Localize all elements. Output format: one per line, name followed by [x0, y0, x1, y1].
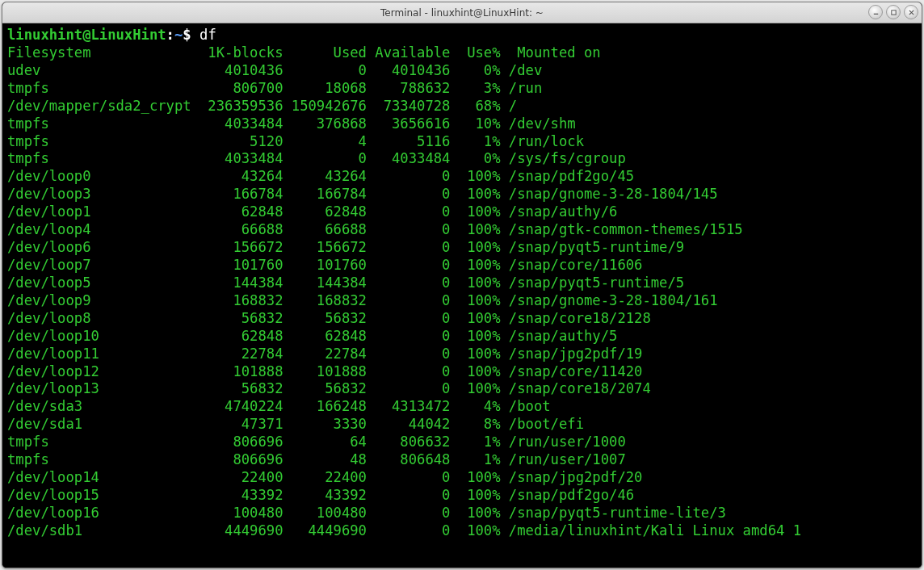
window-controls — [868, 5, 918, 19]
window-title: Terminal - linuxhint@LinuxHint: ~ — [380, 7, 544, 19]
terminal-window: Terminal - linuxhint@LinuxHint: ~ linuxh… — [2, 2, 922, 568]
terminal-output[interactable]: linuxhint@LinuxHint:~$ dfFilesystem 1K-b… — [2, 23, 922, 568]
df-row: tmpfs 806700 18068 788632 3% /run — [7, 80, 917, 98]
df-row: /dev/sda3 4740224 166248 4313472 4% /boo… — [7, 398, 917, 416]
df-row: /dev/loop6 156672 156672 0 100% /snap/py… — [7, 239, 917, 257]
df-row: /dev/loop8 56832 56832 0 100% /snap/core… — [7, 310, 917, 328]
prompt-user-host: linuxhint@LinuxHint — [7, 27, 166, 43]
df-row: tmpfs 806696 48 806648 1% /run/user/1007 — [7, 451, 917, 469]
df-row: /dev/loop14 22400 22400 0 100% /snap/jpg… — [7, 469, 917, 487]
svg-rect-1 — [891, 10, 895, 14]
df-row: /dev/loop9 168832 168832 0 100% /snap/gn… — [7, 292, 917, 310]
df-row: /dev/sda1 47371 3330 44042 8% /boot/efi — [7, 416, 917, 434]
df-row: /dev/loop3 166784 166784 0 100% /snap/gn… — [7, 186, 917, 203]
df-row: /dev/loop0 43264 43264 0 100% /snap/pdf2… — [7, 168, 917, 186]
maximize-button[interactable] — [886, 5, 901, 19]
df-row: /dev/loop16 100480 100480 0 100% /snap/p… — [7, 505, 917, 522]
df-row: /dev/sdb1 4449690 4449690 0 100% /media/… — [7, 522, 917, 540]
df-row: udev 4010436 0 4010436 0% /dev — [7, 62, 917, 80]
df-row: /dev/mapper/sda2_crypt 236359536 1509426… — [7, 98, 917, 115]
df-row: /dev/loop12 101888 101888 0 100% /snap/c… — [7, 363, 917, 381]
df-row: /dev/loop13 56832 56832 0 100% /snap/cor… — [7, 380, 917, 398]
prompt-separator: : — [166, 27, 174, 43]
titlebar[interactable]: Terminal - linuxhint@LinuxHint: ~ — [2, 2, 922, 23]
df-header: Filesystem 1K-blocks Used Available Use%… — [7, 44, 917, 62]
prompt-symbol: $ — [183, 27, 191, 43]
df-row: /dev/loop1 62848 62848 0 100% /snap/auth… — [7, 203, 917, 221]
close-button[interactable] — [904, 5, 918, 19]
command-text: df — [200, 27, 216, 43]
df-row: /dev/loop11 22784 22784 0 100% /snap/jpg… — [7, 346, 917, 363]
df-row: tmpfs 4033484 0 4033484 0% /sys/fs/cgrou… — [7, 150, 917, 168]
df-row: /dev/loop5 144384 144384 0 100% /snap/py… — [7, 275, 917, 292]
prompt-line: linuxhint@LinuxHint:~$ df — [7, 27, 917, 44]
df-row: /dev/loop15 43392 43392 0 100% /snap/pdf… — [7, 487, 917, 505]
df-row: /dev/loop10 62848 62848 0 100% /snap/aut… — [7, 328, 917, 346]
df-row: tmpfs 4033484 376868 3656616 10% /dev/sh… — [7, 115, 917, 133]
minimize-button[interactable] — [868, 5, 883, 19]
df-row: /dev/loop7 101760 101760 0 100% /snap/co… — [7, 257, 917, 275]
df-row: tmpfs 5120 4 5116 1% /run/lock — [7, 133, 917, 151]
df-row: /dev/loop4 66688 66688 0 100% /snap/gtk-… — [7, 221, 917, 239]
prompt-path: ~ — [174, 27, 183, 43]
df-row: tmpfs 806696 64 806632 1% /run/user/1000 — [7, 434, 917, 451]
